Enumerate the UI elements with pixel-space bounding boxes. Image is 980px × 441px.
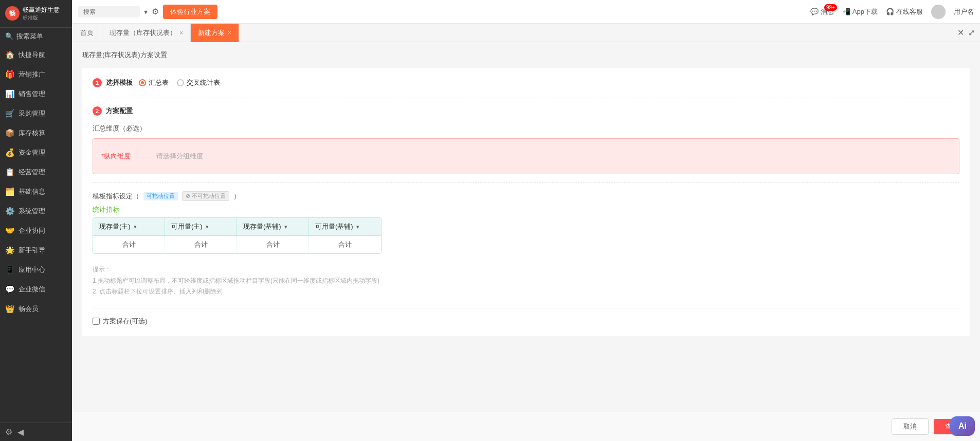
sidebar-bottom: ⚙ ◀ xyxy=(0,422,72,441)
col-available-main-header[interactable]: 可用量(主) ▾ xyxy=(165,218,237,235)
message-badge: 99+ xyxy=(824,4,837,11)
ai-fab-button[interactable]: Ai xyxy=(950,416,975,436)
money-icon: 💰 xyxy=(5,148,14,157)
avatar[interactable] xyxy=(931,5,946,19)
radio-cross-dot xyxy=(177,79,184,86)
topbar-service[interactable]: 🎧 在线客服 xyxy=(886,7,923,16)
tab-expand-btn[interactable]: ⤢ xyxy=(968,28,975,38)
sidebar-item-marketing[interactable]: 🎁 营销推广 xyxy=(0,65,72,84)
radio-cross[interactable]: 交叉统计表 xyxy=(177,78,220,87)
sidebar-collapse-btn[interactable]: ◀ xyxy=(17,427,24,437)
topbar-right: 💬 消息 99+ 📲 App下载 🎧 在线客服 用户名 xyxy=(810,5,974,19)
dim-label: 汇总维度（必选） xyxy=(93,124,959,133)
sidebar-search[interactable]: 🔍 搜索菜单 xyxy=(0,28,72,45)
step2-title: 方案配置 xyxy=(106,106,133,116)
step1-header: 1 选择模板 汇总表 交叉统计表 xyxy=(93,78,959,87)
sidebar-item-member[interactable]: 👑 畅会员 xyxy=(0,299,72,319)
col-available-aux-dropdown[interactable]: ▾ xyxy=(356,224,359,230)
tabbar-expand: ✕ ⤢ xyxy=(952,28,980,38)
step2-section: 2 方案配置 汇总维度（必选） *纵向维度 —— 请选择分组维度 xyxy=(93,106,959,298)
step1-title: 选择模板 xyxy=(106,78,133,87)
topbar-dropdown-btn[interactable]: ▾ xyxy=(144,8,148,16)
tab-new-plan[interactable]: 新建方案 × xyxy=(191,24,239,42)
col-available-aux-header[interactable]: 可用量(基辅) ▾ xyxy=(309,218,381,235)
sidebar-item-wechat[interactable]: 💬 企业微信 xyxy=(0,280,72,299)
topbar: ▾ ⚙ 体验行业方案 💬 消息 99+ 📲 App下载 🎧 在线客服 用户名 xyxy=(72,0,980,24)
wechat-icon: 💬 xyxy=(5,285,14,294)
indicator-table-header: 现存量(主) ▾ 可用量(主) ▾ 现存量(基辅) ▾ xyxy=(93,218,381,236)
col-stock-main-header[interactable]: 现存量(主) ▾ xyxy=(93,218,165,235)
save-option-label: 方案保存(可选) xyxy=(103,317,148,326)
topbar-message[interactable]: 💬 消息 99+ xyxy=(810,7,834,16)
crown-icon: 👑 xyxy=(5,304,14,314)
dimension-settings: 汇总维度（必选） *纵向维度 —— 请选择分组维度 xyxy=(93,124,959,174)
tip-item-2: 2. 点击标题栏下拉可设置排序、插入列和删除列 xyxy=(93,286,959,298)
tab-inventory-close-btn[interactable]: × xyxy=(179,29,183,36)
dim-area: *纵向维度 —— 请选择分组维度 xyxy=(93,138,959,174)
logo-icon: 畅 xyxy=(5,6,20,21)
indicator-table-body: 合计 合计 合计 合计 xyxy=(93,236,381,253)
step1-badge: 1 xyxy=(93,78,102,87)
radio-summary-dot xyxy=(139,79,146,86)
sidebar-item-purchase[interactable]: 🛒 采购管理 xyxy=(0,104,72,123)
indicator-table: 现存量(主) ▾ 可用量(主) ▾ 现存量(基辅) ▾ xyxy=(93,217,382,254)
col-stock-main-body: 合计 xyxy=(93,236,165,253)
headset-icon: 🎧 xyxy=(886,8,894,15)
trial-button[interactable]: 体验行业方案 xyxy=(163,5,217,19)
indicator-settings: 模板指标设定（ 可拖动位置 不可拖动位置 ） 统计指标 现存量(主) ▾ xyxy=(93,191,959,254)
save-option: 方案保存(可选) xyxy=(93,317,959,326)
sidebar-nav: 🏠 快捷导航 🎁 营销推广 📊 销售管理 🛒 采购管理 📦 库存核算 💰 资金管… xyxy=(0,45,72,422)
folder-icon: 🗂️ xyxy=(5,187,14,196)
mobile-download-icon: 📲 xyxy=(842,8,850,15)
sidebar-item-guide[interactable]: 🌟 新手引导 xyxy=(0,241,72,260)
username: 用户名 xyxy=(954,7,974,16)
sidebar-item-basic-info[interactable]: 🗂️ 基础信息 xyxy=(0,182,72,201)
col-available-aux-body: 合计 xyxy=(309,236,381,253)
sidebar-item-system[interactable]: ⚙️ 系统管理 xyxy=(0,201,72,221)
save-checkbox[interactable] xyxy=(93,318,100,325)
col-stock-main-dropdown[interactable]: ▾ xyxy=(134,224,137,230)
sidebar-settings-btn[interactable]: ⚙ xyxy=(5,427,12,437)
topbar-search-input[interactable] xyxy=(78,6,140,17)
mobile-icon: 📱 xyxy=(5,265,14,274)
sidebar-logo: 畅 畅赢通好生意 标准版 xyxy=(0,0,72,28)
footer: 取消 查询 xyxy=(72,412,980,441)
col-stock-aux-header[interactable]: 现存量(基辅) ▾ xyxy=(237,218,309,235)
tab-close-all-btn[interactable]: ✕ xyxy=(957,28,964,38)
star-icon: 🌟 xyxy=(5,246,14,255)
main-area: ▾ ⚙ 体验行业方案 💬 消息 99+ 📲 App下载 🎧 在线客服 用户名 首… xyxy=(72,0,980,441)
cancel-button[interactable]: 取消 xyxy=(892,418,929,435)
tips-title: 提示： xyxy=(93,266,111,273)
dim-placeholder[interactable]: 请选择分组维度 xyxy=(156,152,203,161)
sidebar-item-quick-nav[interactable]: 🏠 快捷导航 xyxy=(0,45,72,65)
sidebar-item-finance[interactable]: 💰 资金管理 xyxy=(0,143,72,162)
step1-section: 1 选择模板 汇总表 交叉统计表 xyxy=(93,78,959,87)
settings-icon: ⚙️ xyxy=(5,207,14,216)
radio-summary[interactable]: 汇总表 xyxy=(139,78,169,87)
col-stock-aux-dropdown[interactable]: ▾ xyxy=(284,224,287,230)
dim-vertical-label: *纵向维度 xyxy=(101,152,131,161)
divider-1 xyxy=(93,98,959,98)
sidebar-item-inventory[interactable]: 📦 库存核算 xyxy=(0,123,72,143)
home-icon: 🏠 xyxy=(5,50,14,60)
non-draggable-badge: 不可拖动位置 xyxy=(182,191,229,201)
sidebar-item-app-center[interactable]: 📱 应用中心 xyxy=(0,260,72,280)
topbar-app-download[interactable]: 📲 App下载 xyxy=(842,7,878,16)
tab-inventory-status[interactable]: 现存量（库存状况表） × xyxy=(102,24,191,42)
cart-icon: 🛒 xyxy=(5,109,14,118)
tab-new-plan-close-btn[interactable]: × xyxy=(228,29,231,36)
page-title: 现存量(库存状况表)方案设置 xyxy=(82,50,970,60)
col-available-main-dropdown[interactable]: ▾ xyxy=(206,224,209,230)
sidebar-item-cooperation[interactable]: 🤝 企业协同 xyxy=(0,221,72,241)
template-radio-group: 汇总表 交叉统计表 xyxy=(139,78,220,87)
handshake-icon: 🤝 xyxy=(5,226,14,235)
col-available-main-body: 合计 xyxy=(165,236,237,253)
dim-arrow: —— xyxy=(137,153,150,160)
tab-home[interactable]: 首页 xyxy=(72,24,102,42)
sidebar-item-sales[interactable]: 📊 销售管理 xyxy=(0,84,72,104)
tips-section: 提示： 1.拖动标题栏可以调整布局，不可跨维度或指标区域拖动栏目字段(只能在同一… xyxy=(93,264,959,298)
sidebar-item-operations[interactable]: 📋 经营管理 xyxy=(0,162,72,182)
col-stock-aux-body: 合计 xyxy=(237,236,309,253)
gift-icon: 🎁 xyxy=(5,70,14,79)
topbar-settings-btn[interactable]: ⚙ xyxy=(152,7,159,16)
